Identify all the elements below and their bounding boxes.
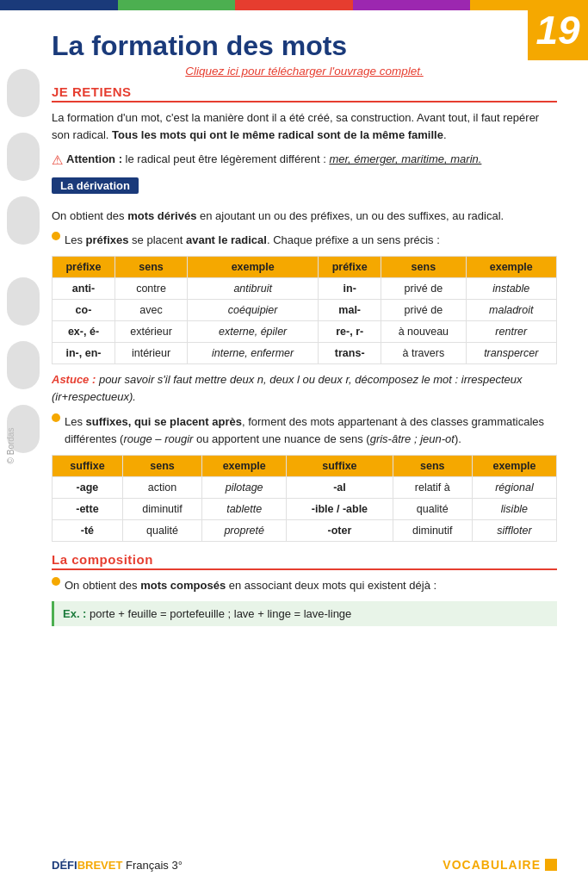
bar-green (118, 0, 236, 10)
sidebar-circles (7, 0, 40, 469)
prefix-row-3: ex-, é- extérieur externe, épiler re-, r… (53, 321, 557, 343)
suffix-row-1: -age action pilotage -al relatif à régio… (53, 476, 557, 498)
prefix-r2c3: coéquipier (188, 300, 319, 321)
suffix-row-3: -té qualité propreté -oter diminutif sif… (53, 519, 557, 541)
footer-right-square (545, 859, 557, 871)
composition-text1end: en associant deux mots qui existent déjà… (226, 579, 436, 592)
prefix-bullet-line: Les préfixes se placent avant le radical… (52, 232, 557, 249)
prefix-r1c3: antibruit (188, 278, 319, 300)
prefix-r3c3: externe, épiler (188, 321, 319, 343)
prefix-col-h3: exemple (188, 257, 319, 278)
prefix-r1c6: instable (466, 278, 556, 300)
prefix-bold1: préfixes (86, 233, 129, 246)
suffix-r2c4: -ible / -able (287, 498, 393, 519)
attention-box: ⚠ Attention : le radical peut être légèr… (52, 151, 557, 171)
suffix-r3c5: diminutif (393, 519, 472, 541)
derivation-intro1bold: mots dérivés (127, 209, 196, 222)
prefix-col-h2: sens (115, 257, 187, 278)
prefix-r4c4: trans- (319, 343, 381, 364)
prefix-line2: se placent (128, 233, 186, 246)
derivation-intro1end: en ajoutant un ou des préfixes, un ou de… (196, 209, 504, 222)
page-title: La formation des mots (52, 31, 557, 61)
subtitle-link[interactable]: Cliquez ici pour télécharger l'ouvrage c… (52, 65, 557, 78)
sidebar-circle-1 (7, 69, 40, 117)
prefix-r3c1: ex-, é- (53, 321, 115, 343)
suffix-col-h1: suffixe (53, 455, 123, 476)
attention-examples: mer, émerger, maritime, marin. (329, 152, 481, 165)
sidebar-circle-6 (7, 405, 40, 453)
prefix-r3c5: à nouveau (381, 321, 466, 343)
suffix-r3c4: -oter (287, 519, 393, 541)
suffix-r3c3: propreté (202, 519, 287, 541)
section-retiens-label: JE RETIENS (52, 84, 132, 99)
prefix-col-h4: préfixe (319, 257, 381, 278)
suffix-line1: Les (65, 415, 86, 428)
bar-red (235, 0, 353, 10)
suffix-ex2: rougir (164, 432, 193, 445)
prefix-r4c2: intérieur (115, 343, 187, 364)
composition-example-box: Ex. : porte + feuille = portefeuille ; l… (52, 601, 557, 627)
prefix-r4c3: interne, enfermer (188, 343, 319, 364)
page-footer: DÉFIBREVET Français 3° VOCABULAIRE (0, 858, 588, 872)
prefix-col-h1: préfixe (53, 257, 115, 278)
prefix-text: Les préfixes se placent avant le radical… (65, 232, 440, 249)
suffix-col-h3: exemple (202, 455, 287, 476)
suffix-bold1: suffixes, qui se placent après (86, 415, 242, 428)
prefix-r4c5: à travers (381, 343, 466, 364)
suffix-line4: ). (455, 432, 461, 445)
example-text: porte + feuille = portefeuille ; lave + … (86, 607, 351, 620)
suffix-r1c6: régional (472, 476, 556, 498)
footer-right-label: VOCABULAIRE (443, 858, 541, 872)
derivation-intro1: On obtient des (52, 209, 127, 222)
attention-content: Attention : le radical peut être légèrem… (66, 151, 481, 168)
prefix-line3: . Chaque préfixe a un sens précis : (267, 233, 440, 246)
astuce-text: pour savoir s'il faut mettre deux n, deu… (52, 373, 523, 403)
suffix-r1c1: -age (53, 476, 123, 498)
suffix-table: suffixe sens exemple suffixe sens exempl… (52, 455, 557, 542)
suffix-r2c3: tablette (202, 498, 287, 519)
prefix-r1c2: contre (115, 278, 187, 300)
suffix-r2c1: -ette (53, 498, 123, 519)
composition-bullet (52, 577, 60, 586)
suffix-r1c3: pilotage (202, 476, 287, 498)
suffix-r3c1: -té (53, 519, 123, 541)
suffix-r1c4: -al (287, 476, 393, 498)
prefix-r2c2: avec (115, 300, 187, 321)
suffix-r3c2: qualité (122, 519, 201, 541)
sidebar-circle-4 (7, 277, 40, 326)
suffix-col-h6: exemple (472, 455, 556, 476)
retiens-p1-end: . (443, 128, 447, 141)
prefix-r2c5: privé de (381, 300, 466, 321)
prefix-row-4: in-, en- intérieur interne, enfermer tra… (53, 343, 557, 364)
retiens-p1-bold: Tous les mots qui ont le même radical so… (112, 128, 443, 141)
example-label: Ex. : (63, 607, 86, 620)
prefix-r1c5: privé de (381, 278, 466, 300)
composition-header: La composition (52, 552, 557, 570)
composition-bullet-line: On obtient des mots composés en associan… (52, 577, 557, 594)
prefix-r4c1: in-, en- (53, 343, 115, 364)
prefix-r1c4: in- (319, 278, 381, 300)
prefix-r3c2: extérieur (115, 321, 187, 343)
derivation-label-container: La dérivation (52, 177, 557, 201)
suffix-r2c6: lisible (472, 498, 556, 519)
suffix-col-h2: sens (122, 455, 201, 476)
suffix-line3: ou apportent une nuance de sens ( (193, 432, 369, 445)
suffix-row-2: -ette diminutif tablette -ible / -able q… (53, 498, 557, 519)
prefix-bullet (52, 232, 60, 240)
top-color-bar (0, 0, 588, 10)
suffix-bullet-line: Les suffixes, qui se placent après, form… (52, 413, 557, 448)
composition-text: On obtient des mots composés en associan… (65, 577, 436, 594)
prefix-line1: Les (65, 233, 86, 246)
prefix-r2c6: maladroit (466, 300, 556, 321)
sidebar-circle-5 (7, 341, 40, 389)
prefix-r3c4: re-, r- (319, 321, 381, 343)
suffix-r2c5: qualité (393, 498, 472, 519)
prefix-row-1: anti- contre antibruit in- privé de inst… (53, 278, 557, 300)
suffix-r1c5: relatif à (393, 476, 472, 498)
astuce-box: Astuce : pour savoir s'il faut mettre de… (52, 371, 557, 406)
suffix-r3c6: siffloter (472, 519, 556, 541)
attention-icon: ⚠ (52, 151, 63, 171)
prefix-r3c6: rentrer (466, 321, 556, 343)
retiens-paragraph1: La formation d'un mot, c'est la manière … (52, 109, 557, 144)
composition-text1bold: mots composés (140, 579, 226, 592)
